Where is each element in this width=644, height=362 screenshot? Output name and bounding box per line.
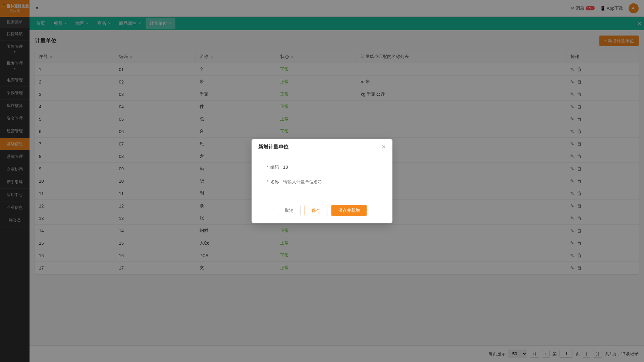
modal-title: 新增计量单位 <box>258 144 288 150</box>
code-input[interactable] <box>282 163 382 171</box>
name-label: * 名称 <box>262 179 279 185</box>
form-row-code: * 编码 <box>262 163 382 171</box>
modal-close-button[interactable]: ✕ <box>381 144 386 150</box>
add-unit-modal: 新增计量单位 ✕ * 编码 * 名称 取消 保存 保存并新增 <box>252 139 392 223</box>
name-input[interactable] <box>282 178 382 186</box>
modal-body: * 编码 * 名称 <box>252 155 392 201</box>
code-label: * 编码 <box>262 164 279 170</box>
cancel-button[interactable]: 取消 <box>278 205 301 216</box>
modal-header: 新增计量单位 ✕ <box>252 139 392 155</box>
form-row-name: * 名称 <box>262 178 382 186</box>
save-and-new-button[interactable]: 保存并新增 <box>331 205 367 216</box>
modal-footer: 取消 保存 保存并新增 <box>252 201 392 223</box>
save-button[interactable]: 保存 <box>305 205 327 216</box>
modal-overlay[interactable]: 新增计量单位 ✕ * 编码 * 名称 取消 保存 保存并新增 <box>0 0 644 362</box>
